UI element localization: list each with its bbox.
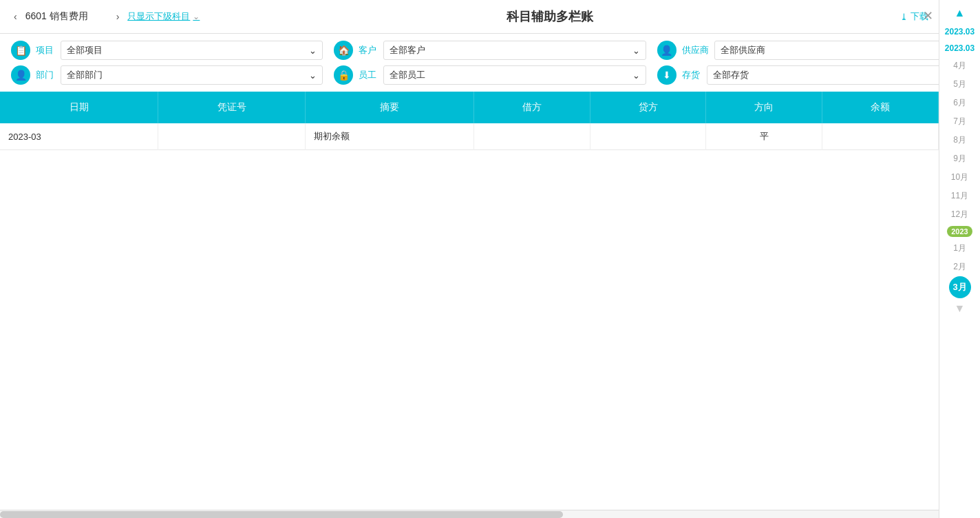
- account-code: 6601: [25, 10, 47, 21]
- project-value: 全部项目: [67, 44, 103, 56]
- cell-debit: [473, 123, 590, 150]
- employee-icon: 🔒: [334, 65, 353, 85]
- table-header-row: 日期 凭证号 摘要 借方 贷方 方向 余额: [0, 92, 939, 123]
- right-sidebar: ▲ 2023.03 2023.03 4月 5月 6月 7月 8月 9月 10月 …: [939, 0, 980, 518]
- sidebar-item-9[interactable]: 9月: [939, 149, 980, 168]
- sidebar-item-2023-03-header[interactable]: 2023.03: [939, 23, 980, 40]
- year-badge[interactable]: 2023: [947, 226, 972, 237]
- filter-link-text: 只显示下级科目: [127, 10, 190, 23]
- project-label: 项目: [36, 44, 55, 56]
- prev-account-button[interactable]: ‹: [11, 10, 20, 23]
- col-date: 日期: [0, 92, 158, 123]
- department-select[interactable]: 全部部门 ⌄: [61, 65, 323, 85]
- cell-credit: [590, 123, 706, 150]
- project-icon: 📋: [11, 41, 30, 60]
- employee-chevron-icon: ⌄: [632, 70, 640, 81]
- employee-filter: 🔒 员工 全部员工 ⌄: [334, 65, 646, 85]
- customer-icon: 🏠: [334, 41, 353, 60]
- sidebar-item-2[interactable]: 2月: [939, 258, 980, 276]
- inventory-filter: ⬇ 存货 全部存货 ⌄: [657, 65, 969, 85]
- employee-label: 员工: [359, 69, 378, 81]
- department-filter: 👤 部门 全部部门 ⌄: [11, 65, 323, 85]
- ledger-table: 日期 凭证号 摘要 借方 贷方 方向 余额 2023-03 期初余额 平: [0, 92, 939, 150]
- inventory-label: 存货: [682, 69, 701, 81]
- project-chevron-icon: ⌄: [309, 45, 317, 56]
- supplier-icon: 👤: [657, 41, 677, 60]
- col-debit: 借方: [473, 92, 590, 123]
- customer-select[interactable]: 全部客户 ⌄: [383, 41, 646, 60]
- project-select[interactable]: 全部项目 ⌄: [61, 41, 323, 60]
- cell-balance: [822, 123, 939, 150]
- department-value: 全部部门: [67, 69, 103, 81]
- customer-label: 客户: [359, 44, 378, 56]
- supplier-label: 供应商: [682, 44, 709, 56]
- download-icon: ⤓: [900, 12, 908, 22]
- cell-voucher: [158, 123, 305, 150]
- page-title: 科目辅助多栏账: [205, 8, 895, 25]
- next-account-button[interactable]: ›: [114, 10, 122, 23]
- supplier-filter: 👤 供应商 全部供应商 ⌄: [657, 41, 969, 60]
- sidebar-item-1[interactable]: 1月: [939, 239, 980, 258]
- department-chevron-icon: ⌄: [309, 70, 317, 81]
- account-label: 6601 销售费用: [25, 10, 108, 23]
- sidebar-item-4[interactable]: 4月: [939, 56, 980, 75]
- filter-area: 📋 项目 全部项目 ⌄ 🏠 客户 全部客户 ⌄ 👤 供应商 全部供应商 ⌄ 👤 …: [0, 34, 980, 92]
- sidebar-scroll-up-button[interactable]: ▲: [939, 3, 980, 23]
- inventory-value: 全部存货: [713, 69, 749, 81]
- table-row: 2023-03 期初余额 平: [0, 123, 939, 150]
- sidebar-item-7[interactable]: 7月: [939, 112, 980, 131]
- sidebar-item-11[interactable]: 11月: [939, 187, 980, 205]
- col-voucher: 凭证号: [158, 92, 305, 123]
- top-bar: ‹ 6601 销售费用 › 只显示下级科目 ⌄ 科目辅助多栏账 ⤓ 下载 🖶 打…: [0, 0, 980, 34]
- scroll-thumb[interactable]: [0, 511, 563, 518]
- col-credit: 贷方: [590, 92, 706, 123]
- table-area[interactable]: 日期 凭证号 摘要 借方 贷方 方向 余额 2023-03 期初余额 平: [0, 92, 939, 508]
- active-month-indicator[interactable]: 3月: [949, 276, 971, 298]
- sidebar-item-8[interactable]: 8月: [939, 131, 980, 149]
- col-direction: 方向: [706, 92, 822, 123]
- sidebar-item-5[interactable]: 5月: [939, 75, 980, 94]
- cell-summary: 期初余额: [305, 123, 473, 150]
- sidebar-item-10[interactable]: 10月: [939, 168, 980, 187]
- horizontal-scrollbar[interactable]: [0, 510, 939, 518]
- customer-filter: 🏠 客户 全部客户 ⌄: [334, 41, 646, 60]
- supplier-select[interactable]: 全部供应商 ⌄: [714, 41, 969, 60]
- sidebar-item-12[interactable]: 12月: [939, 205, 980, 224]
- sidebar-scroll-down-button[interactable]: ▼: [939, 298, 980, 319]
- col-summary: 摘要: [305, 92, 473, 123]
- department-icon: 👤: [11, 65, 30, 85]
- cell-direction: 平: [706, 123, 822, 150]
- sidebar-year-row: 2023: [939, 224, 980, 239]
- inventory-icon: ⬇: [657, 65, 677, 85]
- main-area: 日期 凭证号 摘要 借方 贷方 方向 余额 2023-03 期初余额 平: [0, 92, 980, 508]
- customer-value: 全部客户: [390, 44, 425, 56]
- filter-link[interactable]: 只显示下级科目 ⌄: [127, 10, 200, 23]
- chevron-down-icon: ⌄: [193, 12, 200, 21]
- supplier-value: 全部供应商: [721, 44, 765, 56]
- account-name: 销售费用: [50, 10, 88, 21]
- sidebar-item-6[interactable]: 6月: [939, 94, 980, 112]
- customer-chevron-icon: ⌄: [632, 45, 640, 56]
- sidebar-item-3-active[interactable]: 3月: [939, 276, 980, 298]
- employee-select[interactable]: 全部员工 ⌄: [383, 65, 646, 85]
- inventory-select[interactable]: 全部存货 ⌄: [707, 65, 969, 85]
- cell-date: 2023-03: [0, 123, 158, 150]
- sidebar-item-2023-03-header2[interactable]: 2023.03: [939, 40, 980, 56]
- col-balance: 余额: [822, 92, 939, 123]
- project-filter: 📋 项目 全部项目 ⌄: [11, 41, 323, 60]
- department-label: 部门: [36, 69, 55, 81]
- employee-value: 全部员工: [390, 69, 425, 81]
- close-button[interactable]: ✕: [923, 8, 933, 23]
